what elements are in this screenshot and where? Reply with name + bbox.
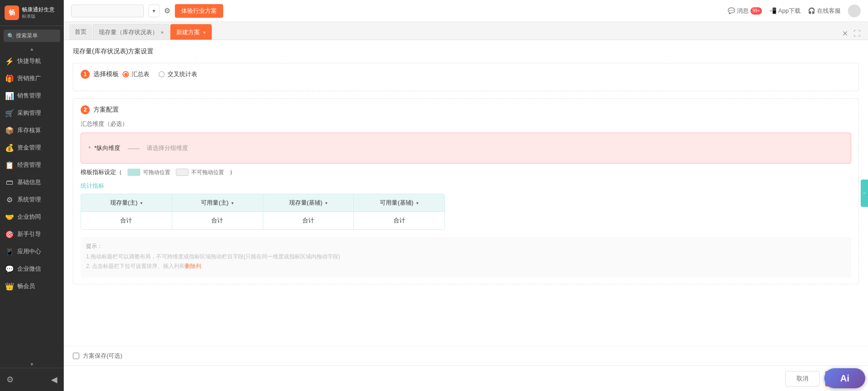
sidebar-item-purchase[interactable]: 🛒 采购管理 xyxy=(0,104,64,122)
sidebar-item-label: 销售管理 xyxy=(17,92,41,100)
sidebar-item-sales[interactable]: 📊 销售管理 xyxy=(0,87,64,104)
dim-row: * *纵向维度 —— 请选择分组维度 xyxy=(88,144,843,152)
cancel-button[interactable]: 取消 xyxy=(785,371,820,386)
radio-cross[interactable]: 交叉统计表 xyxy=(158,70,197,78)
step1-header: 1 选择模板 汇总表 交叉统计表 xyxy=(81,70,851,79)
draggable-box xyxy=(128,169,140,176)
tab-home-label: 首页 xyxy=(75,28,87,36)
stats-header-cell-3[interactable]: 可用量(基辅) ▾ xyxy=(354,194,444,211)
radio-summary[interactable]: 汇总表 xyxy=(123,70,149,78)
tab-new-plan[interactable]: 新建方案 × xyxy=(170,24,211,40)
enterprise-icon: 🤝 xyxy=(5,213,14,221)
tab-inventory-close[interactable]: × xyxy=(161,30,163,35)
sidebar-item-label: 采购管理 xyxy=(17,109,41,117)
app-download-label: App下载 xyxy=(778,7,801,15)
sidebar-item-system[interactable]: ⚙ 系统管理 xyxy=(0,191,64,208)
collapse-icon[interactable]: ◀ xyxy=(49,373,59,386)
sidebar-item-label: 畅会员 xyxy=(17,282,35,290)
collapse-chevron: › xyxy=(862,192,867,194)
step2-badge: 2 xyxy=(81,105,90,114)
dim-required-star: * xyxy=(88,145,91,152)
scroll-up-arrow[interactable]: ▲ xyxy=(30,46,34,51)
settings-icon[interactable]: ⚙ xyxy=(5,373,15,386)
ai-float-button[interactable]: Ai xyxy=(824,368,865,388)
tab-inventory-status[interactable]: 现存量（库存状况表） × xyxy=(93,24,169,40)
online-support-action[interactable]: 🎧 在线客服 xyxy=(808,7,841,15)
topbar-dropdown-btn[interactable]: ▾ xyxy=(148,5,159,17)
template-setting-prefix: 模板指标设定（ xyxy=(81,168,122,176)
tab-new-plan-label: 新建方案 xyxy=(176,28,200,36)
window-close-btn[interactable]: ✕ xyxy=(840,27,850,40)
sidebar-item-member[interactable]: 👑 畅会员 xyxy=(0,278,64,295)
headset-icon: 🎧 xyxy=(808,7,815,14)
tips-item-1: 2. 点击标题栏下拉可设置排序、插入列和删除列 xyxy=(86,262,846,270)
message-label: 消息 xyxy=(737,7,749,15)
topbar-actions: 💬 消息 99+ 📲 App下载 🎧 在线客服 xyxy=(728,5,861,17)
wechat-icon: 💬 xyxy=(5,265,14,273)
sidebar-item-operations[interactable]: 📋 经营管理 xyxy=(0,156,64,174)
sidebar-item-label: 库存核算 xyxy=(17,126,41,134)
tips-title: 提示： xyxy=(86,242,846,250)
sidebar-item-quick-nav[interactable]: ⚡ 快捷导航 xyxy=(0,52,64,70)
stats-body-cell-0-2: 合计 xyxy=(263,212,354,229)
stats-body-cell-0-1: 合计 xyxy=(172,212,263,229)
save-checkbox[interactable] xyxy=(73,353,79,359)
operations-icon: 📋 xyxy=(5,161,14,169)
stats-header-cell-2[interactable]: 现存量(基辅) ▾ xyxy=(263,194,354,211)
sidebar-item-label: 经营管理 xyxy=(17,161,41,169)
stats-col-dropdown-1[interactable]: ▾ xyxy=(231,201,234,206)
sidebar-item-label: 新手引导 xyxy=(17,230,41,238)
stats-header-cell-1[interactable]: 可用量(主) ▾ xyxy=(172,194,263,211)
scroll-down-arrow[interactable]: ▼ xyxy=(30,362,34,367)
tips-item-0: 1.拖动标题栏可以调整布局，不可跨维度或指标区域拖动栏目字段(只能在同一维度或指… xyxy=(86,253,846,261)
dim-required-label: 汇总维度（必选） xyxy=(81,120,851,128)
tab-home[interactable]: 首页 xyxy=(69,24,92,40)
sidebar-item-basic-info[interactable]: 🗃 基础信息 xyxy=(0,174,64,191)
non-draggable-label: 不可拖动位置 xyxy=(191,169,224,176)
sales-icon: 📊 xyxy=(5,92,14,100)
sidebar-item-finance[interactable]: 💰 资金管理 xyxy=(0,139,64,156)
sidebar-item-label: 资金管理 xyxy=(17,144,41,152)
step2-section: 2 方案配置 汇总维度（必选） * *纵向维度 —— 请选择分组维度 模板指标设… xyxy=(73,98,859,284)
sidebar-search[interactable]: 🔍 搜索菜单 xyxy=(4,30,60,42)
tips-section: 提示： 1.拖动标题栏可以调整布局，不可跨维度或指标区域拖动栏目字段(只能在同一… xyxy=(81,237,851,278)
app-download-action[interactable]: 📲 App下载 xyxy=(769,7,801,15)
stats-header-cell-0[interactable]: 现存量(主) ▾ xyxy=(81,194,172,211)
new-guide-icon: 🎯 xyxy=(5,230,14,238)
sidebar-nav: ⚡ 快捷导航 🎁 营销推广 📊 销售管理 🛒 采购管理 📦 库存核算 💰 资金管… xyxy=(0,52,64,361)
dim-placeholder[interactable]: 请选择分组维度 xyxy=(147,144,188,152)
sidebar-item-wechat[interactable]: 💬 企业微信 xyxy=(0,260,64,278)
stats-col-label-3: 可用量(基辅) xyxy=(380,199,414,207)
quick-nav-icon: ⚡ xyxy=(5,57,14,65)
stats-col-dropdown-3[interactable]: ▾ xyxy=(416,201,419,206)
step1-title: 选择模板 xyxy=(93,70,119,78)
sidebar-item-label: 基础信息 xyxy=(17,178,41,186)
tab-new-plan-close[interactable]: × xyxy=(203,30,205,35)
radio-summary-circle xyxy=(123,71,129,77)
topbar-gear-icon[interactable]: ⚙ xyxy=(164,6,170,15)
topbar-search-input[interactable] xyxy=(71,5,144,17)
sidebar-item-enterprise[interactable]: 🤝 企业协同 xyxy=(0,208,64,226)
window-expand-btn[interactable]: ⛶ xyxy=(852,28,863,40)
message-action[interactable]: 💬 消息 99+ xyxy=(728,7,762,15)
indicator-non-draggable: 不可拖动位置 xyxy=(176,169,224,176)
sidebar-item-label: 快捷导航 xyxy=(17,57,41,65)
sidebar-item-new-guide[interactable]: 🎯 新手引导 xyxy=(0,226,64,243)
radio-cross-label: 交叉统计表 xyxy=(168,70,197,78)
message-icon: 💬 xyxy=(728,7,735,14)
sidebar-search-label: 搜索菜单 xyxy=(16,32,38,40)
right-collapse-btn[interactable]: › xyxy=(861,180,868,207)
user-avatar[interactable] xyxy=(848,5,861,17)
sidebar-item-label: 企业微信 xyxy=(17,265,41,273)
radio-summary-label: 汇总表 xyxy=(132,70,149,78)
main-area: ▾ ⚙ 体验行业方案 💬 消息 99+ 📲 App下载 🎧 在线客服 首页 xyxy=(64,0,868,391)
dim-separator: —— xyxy=(128,145,139,152)
sidebar-item-label: 企业协同 xyxy=(17,213,41,221)
sidebar-item-app-center[interactable]: 📱 应用中心 xyxy=(0,243,64,260)
sidebar-item-marketing[interactable]: 🎁 营销推广 xyxy=(0,70,64,87)
experience-btn[interactable]: 体验行业方案 xyxy=(175,4,223,18)
sidebar-item-stock[interactable]: 📦 库存核算 xyxy=(0,122,64,139)
stats-col-dropdown-2[interactable]: ▾ xyxy=(325,201,327,206)
stats-col-dropdown-0[interactable]: ▾ xyxy=(140,201,143,206)
step1-section: 1 选择模板 汇总表 交叉统计表 xyxy=(73,63,859,91)
